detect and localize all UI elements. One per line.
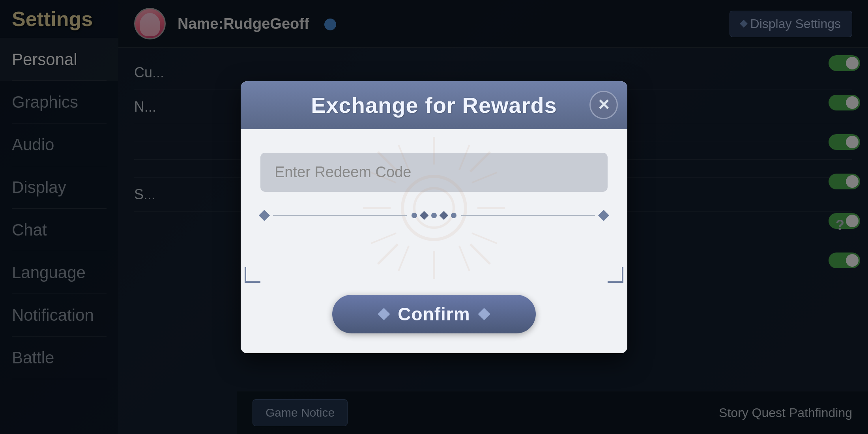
divider-line-right: [461, 215, 595, 216]
divider-dot-3: [451, 213, 456, 218]
modal-footer: Confirm: [241, 287, 627, 353]
modal-close-button[interactable]: ✕: [589, 91, 618, 119]
svg-line-13: [459, 246, 470, 271]
modal-title: Exchange for Rewards: [256, 92, 612, 118]
redeem-code-input[interactable]: [260, 153, 608, 192]
svg-line-15: [371, 233, 396, 243]
svg-line-9: [378, 244, 398, 264]
divider-dots: [412, 212, 456, 219]
modal-header: Exchange for Rewards ✕: [241, 81, 627, 129]
divider-end-right: [598, 210, 609, 221]
exchange-rewards-modal: Exchange for Rewards ✕: [241, 81, 627, 353]
divider-diamond-2: [440, 211, 449, 220]
confirm-button[interactable]: Confirm: [332, 295, 535, 333]
modal-body: [241, 129, 627, 287]
corner-decoration-bottom-right: [608, 267, 623, 283]
svg-line-7: [470, 244, 490, 264]
divider-end-left: [259, 210, 270, 221]
confirm-diamond-left: [378, 308, 390, 320]
modal-overlay: Exchange for Rewards ✕: [0, 0, 868, 434]
modal-divider: [260, 204, 608, 231]
svg-line-12: [398, 246, 409, 271]
confirm-label: Confirm: [398, 303, 470, 325]
svg-line-17: [472, 233, 497, 243]
divider-line-left: [273, 215, 407, 216]
divider-dot-2: [431, 213, 437, 218]
corner-decoration-bottom-left: [245, 267, 260, 283]
confirm-diamond-right: [478, 308, 490, 320]
divider-dot-1: [412, 213, 417, 218]
divider-diamond: [420, 211, 429, 220]
